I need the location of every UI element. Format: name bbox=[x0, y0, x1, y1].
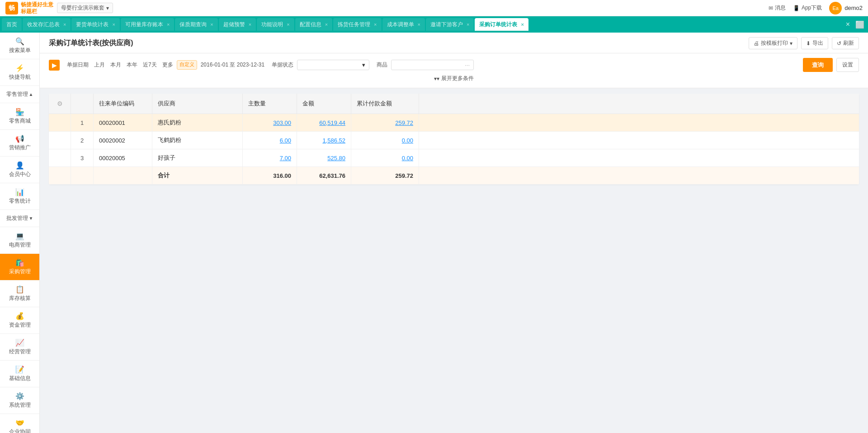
footer-amount: 62,631.76 bbox=[297, 167, 351, 185]
sidebar-item-member[interactable]: 👤 会员中心 bbox=[0, 157, 39, 183]
row-qty[interactable]: 303.00 bbox=[243, 114, 297, 132]
table-row: 1 00020001 惠氏奶粉 303.00 60,519.44 259.72 bbox=[49, 114, 859, 132]
tab-receive-summary[interactable]: 收发存汇总表× bbox=[23, 18, 71, 31]
tab-home[interactable]: 首页 bbox=[2, 18, 22, 31]
message-button[interactable]: ✉ 消息 bbox=[769, 4, 786, 12]
sidebar-item-system[interactable]: ⚙️ 系统管理 bbox=[0, 387, 39, 414]
last-7-days-btn[interactable]: 近7天 bbox=[141, 60, 159, 70]
sidebar-item-wholesale[interactable]: 批发管理 ▼ bbox=[0, 210, 39, 227]
export-button[interactable]: ⬇ 导出 bbox=[801, 37, 828, 49]
tab-close-button[interactable]: × bbox=[844, 20, 852, 29]
footer-label bbox=[94, 167, 152, 185]
template-print-button[interactable]: 🖨 按模板打印 ▾ bbox=[749, 37, 797, 49]
close-icon[interactable]: × bbox=[63, 22, 66, 27]
col-header-rest bbox=[419, 94, 859, 114]
more-date-btn[interactable]: 更多 bbox=[160, 60, 175, 70]
sidebar-item-inventory[interactable]: 📋 库存核算 bbox=[0, 281, 39, 307]
refresh-icon: ↺ bbox=[837, 40, 841, 47]
sidebar-item-search[interactable]: 🔍 搜索菜单 bbox=[0, 33, 39, 59]
custom-date-tag[interactable]: 自定义 bbox=[177, 60, 197, 70]
refresh-button[interactable]: ↺ 刷新 bbox=[832, 37, 859, 49]
footer-check bbox=[49, 167, 71, 185]
tab-purchase-stat[interactable]: 采购订单统计表× bbox=[475, 18, 528, 31]
inventory-icon: 📋 bbox=[15, 285, 24, 294]
row-paid[interactable]: 0.00 bbox=[351, 149, 419, 167]
row-supplier: 好孩子 bbox=[152, 149, 243, 167]
app-download-button[interactable]: 📱 App下载 bbox=[793, 4, 822, 12]
chevron-down-icon: ▼ bbox=[29, 216, 33, 221]
sidebar-item-quicknav[interactable]: ⚡ 快捷导航 bbox=[0, 59, 39, 86]
page-title: 采购订单统计表(按供应商) bbox=[49, 38, 133, 48]
tab-config-info[interactable]: 配置信息× bbox=[295, 18, 332, 31]
workspace-selector[interactable]: 母婴行业演示账套 ▾ bbox=[57, 3, 113, 13]
close-icon[interactable]: × bbox=[287, 22, 289, 27]
chevron-up-icon: ▲ bbox=[29, 92, 33, 97]
sidebar-item-operations[interactable]: 📈 经营管理 bbox=[0, 334, 39, 361]
user-avatar: Ea bbox=[829, 2, 842, 14]
operations-icon: 📈 bbox=[15, 338, 24, 347]
tab-pick-task[interactable]: 拣货任务管理× bbox=[333, 18, 381, 31]
stat-icon: 📊 bbox=[15, 188, 24, 196]
row-paid[interactable]: 0.00 bbox=[351, 132, 419, 149]
status-filter-group: 单据状态 ▾ bbox=[272, 60, 369, 70]
close-icon[interactable]: × bbox=[112, 22, 115, 27]
tab-order-stat[interactable]: 要货单统计表× bbox=[71, 18, 119, 31]
footer-seq bbox=[71, 167, 94, 185]
ellipsis-icon[interactable]: ··· bbox=[465, 62, 470, 68]
row-seq: 2 bbox=[71, 132, 94, 149]
close-icon[interactable]: × bbox=[249, 22, 251, 27]
row-amount[interactable]: 60,519.44 bbox=[297, 114, 351, 132]
expand-more-button[interactable]: ▾▾ 展开更多条件 bbox=[434, 75, 474, 82]
row-qty[interactable]: 6.00 bbox=[243, 132, 297, 149]
row-paid[interactable]: 259.72 bbox=[351, 114, 419, 132]
table-row: 2 00020002 飞鹤奶粉 6.00 1,586.52 0.00 bbox=[49, 132, 859, 149]
last-month-btn[interactable]: 上月 bbox=[92, 60, 107, 70]
search-icon: 🔍 bbox=[15, 37, 24, 46]
logo-text: 畅捷通好生意 标题栏 bbox=[21, 1, 53, 14]
row-seq: 3 bbox=[71, 149, 94, 167]
close-icon[interactable]: × bbox=[521, 22, 524, 27]
sidebar-item-collab[interactable]: 🤝 企业协同 bbox=[0, 414, 39, 433]
row-amount[interactable]: 1,586.52 bbox=[297, 132, 351, 149]
settings-button[interactable]: 设置 bbox=[836, 58, 859, 72]
tab-maximize-button[interactable]: ⬜ bbox=[854, 20, 866, 29]
tab-invite-downstream[interactable]: 邀请下游客户× bbox=[426, 18, 474, 31]
close-icon[interactable]: × bbox=[418, 22, 420, 27]
goods-input[interactable] bbox=[395, 62, 463, 68]
tab-cost-adjust[interactable]: 成本调整单× bbox=[382, 18, 425, 31]
close-icon[interactable]: × bbox=[210, 22, 213, 27]
filter-row: ▶ 单据日期 上月 本月 本年 近7天 更多 自定义 2016-01-01 至 bbox=[49, 58, 859, 72]
tab-expiry-query[interactable]: 保质期查询× bbox=[175, 18, 217, 31]
sidebar-item-retail-mgmt[interactable]: 零售管理 ▲ bbox=[0, 86, 39, 103]
tab-function-desc[interactable]: 功能说明× bbox=[257, 18, 294, 31]
filter-collapse-button[interactable]: ▶ bbox=[49, 60, 60, 71]
tab-available-stock[interactable]: 可用量库存账本× bbox=[121, 18, 174, 31]
footer-label-text: 合计 bbox=[152, 167, 243, 185]
message-icon: ✉ bbox=[769, 5, 773, 11]
close-icon[interactable]: × bbox=[325, 22, 328, 27]
this-month-btn[interactable]: 本月 bbox=[108, 60, 123, 70]
sidebar-item-marketing[interactable]: 📢 营销推广 bbox=[0, 130, 39, 157]
logo-area: 畅 畅捷通好生意 标题栏 bbox=[5, 1, 53, 14]
status-select[interactable]: ▾ bbox=[297, 60, 369, 70]
sidebar-item-retail-stat[interactable]: 📊 零售统计 bbox=[0, 183, 39, 210]
query-button[interactable]: 查询 bbox=[803, 58, 833, 72]
row-qty[interactable]: 7.00 bbox=[243, 149, 297, 167]
tab-overstock-warning[interactable]: 超储预警× bbox=[219, 18, 256, 31]
sidebar-item-retail-mall[interactable]: 🏪 零售商城 bbox=[0, 103, 39, 130]
close-icon[interactable]: × bbox=[167, 22, 170, 27]
sidebar-item-finance[interactable]: 💰 资金管理 bbox=[0, 307, 39, 334]
gear-icon[interactable]: ⚙ bbox=[54, 98, 65, 109]
row-amount[interactable]: 525.80 bbox=[297, 149, 351, 167]
sidebar-item-purchase[interactable]: 🛍️ 采购管理 bbox=[0, 254, 39, 281]
row-check bbox=[49, 114, 71, 132]
tab-actions: × ⬜ bbox=[844, 20, 866, 29]
close-icon[interactable]: × bbox=[467, 22, 469, 27]
sidebar-item-basic-info[interactable]: 📝 基础信息 bbox=[0, 361, 39, 387]
this-year-btn[interactable]: 本年 bbox=[125, 60, 139, 70]
row-rest bbox=[419, 149, 859, 167]
close-icon[interactable]: × bbox=[374, 22, 377, 27]
expand-more-area: ▾▾ 展开更多条件 bbox=[49, 72, 859, 83]
sidebar-item-ecommerce[interactable]: 💻 电商管理 bbox=[0, 227, 39, 254]
user-menu[interactable]: Ea demo2 bbox=[829, 2, 863, 14]
